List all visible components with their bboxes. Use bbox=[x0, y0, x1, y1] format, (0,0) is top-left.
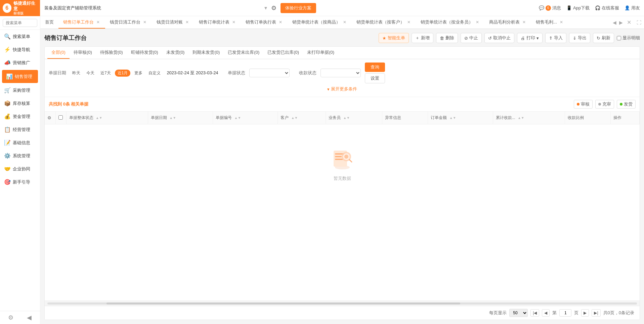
tab-close-4[interactable]: ✕ bbox=[231, 20, 236, 25]
tab-6[interactable]: 销货单统计表（按商品）✕ bbox=[288, 16, 352, 29]
ship-btn[interactable]: 发货 bbox=[617, 100, 636, 109]
sub-tab-1[interactable]: 待审核(0) bbox=[70, 47, 96, 59]
print-dropdown-icon: ▾ bbox=[536, 36, 539, 41]
sidebar-item-label-system: 系统管理 bbox=[13, 153, 30, 159]
status-select[interactable] bbox=[249, 69, 290, 77]
sidebar-item-sales[interactable]: 📊 销售管理 bbox=[2, 70, 38, 83]
sub-tab-5[interactable]: 到期未发货(0) bbox=[188, 47, 224, 59]
table-scroll-area[interactable]: ⚙ 单据整体状态 ▲▼ 单据日期 bbox=[45, 112, 640, 300]
sidebar-item-inventory[interactable]: 📦 库存核算 bbox=[0, 97, 40, 110]
audit-btn[interactable]: 审核 bbox=[574, 100, 593, 109]
tab-close-8[interactable]: ✕ bbox=[475, 20, 480, 25]
show-detail-checkbox[interactable] bbox=[617, 36, 621, 40]
sub-tab-2[interactable]: 待拣验货(0) bbox=[96, 47, 127, 59]
quick-7days[interactable]: 近7天 bbox=[98, 70, 113, 77]
quick-1month[interactable]: 近1月 bbox=[115, 70, 131, 77]
tab-close-10[interactable]: ✕ bbox=[559, 20, 564, 25]
sidebar-item-basic-info[interactable]: 📝 基础信息 bbox=[0, 136, 40, 149]
sidebar-item-system[interactable]: ⚙️ 系统管理 bbox=[0, 149, 40, 162]
tab-scroll-right[interactable]: ▶ bbox=[618, 20, 624, 25]
next-page-btn[interactable]: ▶ bbox=[581, 309, 589, 317]
tab-8[interactable]: 销货单统计表（按业务员）✕ bbox=[416, 16, 484, 29]
first-page-btn[interactable]: |◀ bbox=[530, 309, 539, 317]
settings-gear-icon[interactable]: ⚙ bbox=[270, 3, 278, 13]
sub-tab-8[interactable]: 未打印单据(0) bbox=[303, 47, 338, 59]
tab-3[interactable]: 钱货日清对账✕ bbox=[152, 16, 194, 29]
table-area: 共找到 0条 相关单据 审核 充审 发货 bbox=[45, 97, 640, 300]
expand-filter-btn[interactable]: ▾ 展开更多条件 bbox=[325, 85, 360, 93]
sub-tab-3[interactable]: 旺铺待发货(0) bbox=[127, 47, 162, 59]
payment-select[interactable] bbox=[320, 69, 361, 77]
tab-close-all-btn[interactable]: ✕ bbox=[624, 19, 634, 26]
sidebar-item-guide[interactable]: 🎯 新手引导 bbox=[0, 175, 40, 189]
page-number-input[interactable] bbox=[559, 309, 571, 317]
search-input[interactable] bbox=[3, 19, 37, 27]
horizontal-scrollbar[interactable] bbox=[45, 300, 640, 306]
online-service-btn[interactable]: 🎧 在线客服 bbox=[595, 5, 619, 11]
prev-page-btn[interactable]: ◀ bbox=[542, 309, 550, 317]
tab-0[interactable]: 首页 bbox=[40, 16, 58, 29]
select-all-checkbox[interactable] bbox=[58, 115, 63, 120]
tab-4[interactable]: 销售订单统计表✕ bbox=[194, 16, 241, 29]
tab-10[interactable]: 销售毛利...✕ bbox=[531, 16, 568, 29]
stop-button[interactable]: ⊘ 中止 bbox=[461, 33, 482, 43]
collapse-icon[interactable]: ◀ bbox=[22, 314, 38, 321]
sub-tab-7[interactable]: 已发货已出库(0) bbox=[263, 47, 303, 59]
query-button[interactable]: 查询 bbox=[365, 63, 385, 72]
sidebar-item-search[interactable]: 🔍 搜索菜单 bbox=[0, 30, 40, 43]
tab-maximize-btn[interactable]: ⛶ bbox=[634, 20, 644, 25]
cancel-stop-button[interactable]: ↺ 取消中止 bbox=[484, 33, 514, 43]
tab-label-1: 销售订单工作台 bbox=[63, 19, 94, 25]
col-settings-icon[interactable]: ⚙ bbox=[47, 115, 51, 120]
sidebar-item-quick-nav[interactable]: ⚡ 快捷导航 bbox=[0, 43, 40, 56]
sidebar-item-management[interactable]: 📋 经营管理 bbox=[0, 123, 40, 136]
sidebar-item-marketing[interactable]: 📣 营销推广 bbox=[0, 56, 40, 69]
tab-2[interactable]: 钱货日清工作台✕ bbox=[105, 16, 152, 29]
app-download-btn[interactable]: 📱 App下载 bbox=[566, 5, 590, 11]
sidebar-item-purchase[interactable]: 🛒 采购管理 bbox=[0, 84, 40, 97]
revoke-audit-btn[interactable]: 充审 bbox=[595, 100, 614, 109]
import-button[interactable]: ⇑ 导入 bbox=[545, 33, 566, 43]
sub-tab-4[interactable]: 未发货(0) bbox=[162, 47, 189, 59]
user-btn[interactable]: 👤 用友 bbox=[625, 5, 640, 11]
tab-close-7[interactable]: ✕ bbox=[406, 20, 411, 25]
quick-yesterday[interactable]: 昨天 bbox=[70, 70, 82, 77]
settings-icon[interactable]: ⚙ bbox=[3, 314, 19, 321]
table-toolbar: 共找到 0条 相关单据 审核 充审 发货 bbox=[45, 97, 640, 112]
sub-tab-0[interactable]: 全部(0) bbox=[47, 47, 70, 59]
refresh-button[interactable]: ↻ 刷新 bbox=[593, 33, 614, 43]
topbar-dropdown-icon[interactable]: ▾ bbox=[264, 5, 267, 11]
quick-today[interactable]: 今天 bbox=[84, 70, 96, 77]
app-logo: 6 畅捷通好生意 标准版 bbox=[0, 0, 40, 16]
sales-icon: 📊 bbox=[6, 73, 13, 80]
tab-1[interactable]: 销售订单工作台✕ bbox=[58, 16, 105, 29]
date-range-value: 2023-02-24 至 2023-03-24 bbox=[167, 70, 218, 76]
export-button[interactable]: ⇓ 导出 bbox=[569, 33, 590, 43]
tab-7[interactable]: 销货单统计表（按客户）✕ bbox=[352, 16, 416, 29]
ai-generate-button[interactable]: ★ 智能生单 bbox=[379, 33, 409, 43]
tab-close-9[interactable]: ✕ bbox=[522, 20, 526, 25]
tab-9[interactable]: 商品毛利分析表✕ bbox=[484, 16, 531, 29]
tab-5[interactable]: 销售订单执行表✕ bbox=[241, 16, 288, 29]
per-page-select[interactable]: 50 100 200 bbox=[509, 309, 528, 317]
tab-scroll-left[interactable]: ◀ bbox=[611, 20, 618, 25]
tab-close-3[interactable]: ✕ bbox=[185, 20, 189, 25]
tab-close-1[interactable]: ✕ bbox=[96, 20, 100, 25]
sidebar-item-label-management: 经营管理 bbox=[13, 127, 30, 133]
quick-more[interactable]: 更多 bbox=[132, 70, 144, 77]
industry-solution-button[interactable]: 体验行业方案 bbox=[281, 3, 316, 13]
settings-button[interactable]: 设置 bbox=[365, 73, 385, 83]
sidebar-item-collaboration[interactable]: 🤝 企业协同 bbox=[0, 162, 40, 175]
tab-close-2[interactable]: ✕ bbox=[142, 20, 147, 25]
new-button[interactable]: ＋ 新增 bbox=[412, 33, 433, 43]
tab-close-6[interactable]: ✕ bbox=[342, 20, 347, 25]
tab-close-5[interactable]: ✕ bbox=[278, 20, 283, 25]
message-btn[interactable]: 💬 6 消息 bbox=[539, 5, 561, 11]
sidebar-item-finance[interactable]: 💰 资金管理 bbox=[0, 110, 40, 123]
show-detail-label[interactable]: 显示明细 bbox=[617, 35, 640, 41]
sub-tab-6[interactable]: 已发货未出库(0) bbox=[224, 47, 263, 59]
quick-custom[interactable]: 自定义 bbox=[146, 70, 163, 77]
last-page-btn[interactable]: ▶| bbox=[592, 309, 600, 317]
delete-button[interactable]: 🗑 删除 bbox=[436, 33, 458, 43]
print-button[interactable]: 🖨 打印 ▾ bbox=[517, 33, 543, 43]
